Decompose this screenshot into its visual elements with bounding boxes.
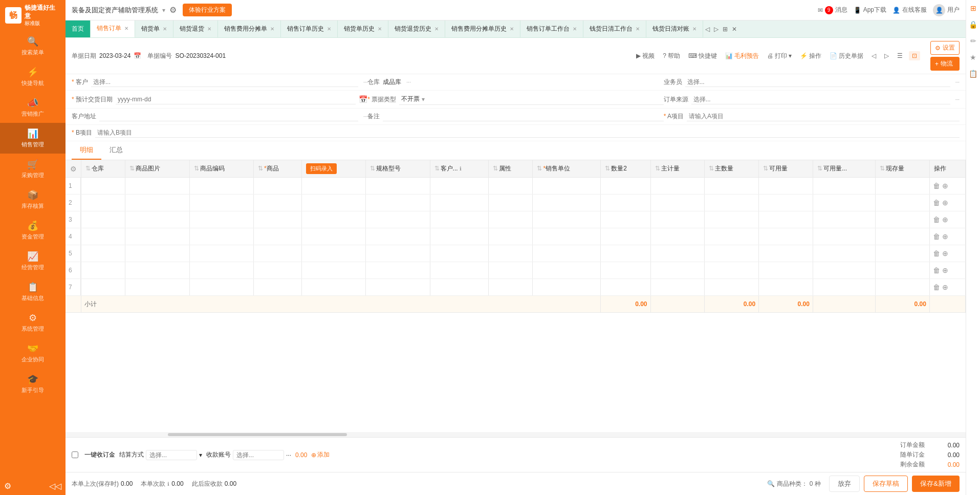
settings-btn[interactable]: ⚙ 设置 <box>930 41 960 55</box>
delete-icon-6[interactable]: 🗑 <box>933 266 940 274</box>
th-code[interactable]: ⇅商品编码 <box>189 160 253 178</box>
delete-icon-4[interactable]: 🗑 <box>933 232 940 241</box>
order-source-dots[interactable]: ··· <box>955 97 960 102</box>
tab-expense-split-close[interactable]: ✕ <box>270 26 274 32</box>
cell-product-2[interactable] <box>254 195 301 211</box>
cell-spec-3[interactable] <box>366 211 429 228</box>
cell-spec-7[interactable] <box>366 279 429 295</box>
cell-spec-1[interactable] <box>366 178 429 194</box>
th-unit[interactable]: ⇅*销售单位 <box>533 160 601 178</box>
cell-warehouse-3[interactable] <box>81 211 125 228</box>
cell-spec-2[interactable] <box>366 195 429 211</box>
copy-icon-3[interactable]: ⊕ <box>942 216 948 224</box>
cell-qty2-6[interactable] <box>601 262 650 278</box>
shortcut-btn[interactable]: ⌨ 快捷键 <box>686 51 719 61</box>
th-spec[interactable]: ⇅规格型号 <box>366 160 430 178</box>
cell-warehouse-5[interactable] <box>81 245 125 262</box>
cell-qty2-4[interactable] <box>601 228 650 245</box>
cell-product-1[interactable] <box>254 178 301 194</box>
user-item[interactable]: 👤 用户 <box>933 4 960 16</box>
online-service-item[interactable]: 👤 在线客服 <box>892 6 927 14</box>
cell-warehouse-4[interactable] <box>81 228 125 245</box>
th-image[interactable]: ⇅商品图片 <box>125 160 189 178</box>
cell-unit-2[interactable] <box>533 195 600 211</box>
tab-order-workbench[interactable]: 销售订单工作台 ✕ <box>520 20 583 38</box>
cell-customer-code-5[interactable] <box>430 245 489 262</box>
cell-qty2-2[interactable] <box>601 195 650 211</box>
one-click-checkout-checkbox[interactable] <box>72 451 78 458</box>
customer-input[interactable] <box>91 77 358 87</box>
a-project-input[interactable] <box>687 112 960 121</box>
cell-code-5[interactable] <box>190 245 253 262</box>
right-panel-lock-icon[interactable]: 🔒 <box>967 18 979 31</box>
sidebar-item-basic-info[interactable]: 📋 基础信息 <box>0 276 66 307</box>
order-source-input[interactable] <box>691 95 950 104</box>
cell-product-6[interactable] <box>254 262 301 278</box>
account-input[interactable] <box>233 450 284 460</box>
add-footer-btn[interactable]: ⊕ 添加 <box>311 450 330 459</box>
customer-dots[interactable]: ··· <box>363 79 367 85</box>
cell-customer-code-1[interactable] <box>430 178 489 194</box>
tab-expense-history[interactable]: 销售费用分摊单历史 ✕ <box>445 20 520 38</box>
th-product[interactable]: ⇅*商品 <box>254 160 302 178</box>
th-settings[interactable]: ⚙ <box>66 160 81 178</box>
solution-button[interactable]: 体验行业方案 <box>183 4 232 16</box>
cell-code-1[interactable] <box>190 178 253 194</box>
warehouse-dots[interactable]: ··· <box>406 79 410 85</box>
right-panel-clipboard-icon[interactable]: 📋 <box>967 68 979 80</box>
discard-button[interactable]: 放弃 <box>829 476 860 492</box>
tab-sales-order-close[interactable]: ✕ <box>124 26 128 31</box>
cell-customer-code-4[interactable] <box>430 228 489 245</box>
cell-product-5[interactable] <box>254 245 301 262</box>
tab-home[interactable]: 首页 <box>66 20 91 38</box>
address-input[interactable] <box>99 112 358 121</box>
cell-warehouse-1[interactable] <box>81 178 125 194</box>
tabbar-next[interactable]: ▷ <box>712 26 721 33</box>
tab-returns-history[interactable]: 销货单历史 ✕ <box>338 20 388 38</box>
tab-sales-refund-close[interactable]: ✕ <box>207 26 211 32</box>
cell-code-7[interactable] <box>190 279 253 295</box>
th-warehouse[interactable]: ⇅仓库 <box>81 160 125 178</box>
delete-icon-1[interactable]: 🗑 <box>933 182 940 190</box>
horizontal-scrollbar[interactable] <box>66 432 966 437</box>
cell-main-qty-6[interactable] <box>705 262 758 278</box>
sidebar-item-marketing[interactable]: 📣 营销推广 <box>0 92 66 123</box>
profit-btn[interactable]: 📊 毛利预告 <box>723 51 761 61</box>
tabbar-close[interactable]: ✕ <box>730 26 739 33</box>
tab-refund-history-close[interactable]: ✕ <box>434 26 439 32</box>
th-stock[interactable]: ⇅现存量 <box>876 160 930 178</box>
delete-icon-7[interactable]: 🗑 <box>933 283 940 291</box>
view-list[interactable]: ☰ <box>895 51 905 60</box>
operations-btn[interactable]: ⚡ 操作 <box>798 51 823 61</box>
tab-cash-workbench-close[interactable]: ✕ <box>636 26 640 32</box>
th-main-unit[interactable]: ⇅主计量 <box>650 160 705 178</box>
copy-icon-1[interactable]: ⊕ <box>942 182 948 190</box>
cell-customer-code-6[interactable] <box>430 262 489 278</box>
cell-attributes-2[interactable] <box>489 195 532 211</box>
sidebar-item-inventory[interactable]: 📦 库存核算 <box>0 184 66 215</box>
th-attributes[interactable]: ⇅属性 <box>489 160 533 178</box>
cell-product-7[interactable] <box>254 279 301 295</box>
right-panel-star-icon[interactable]: ★ <box>967 51 979 63</box>
th-available2[interactable]: ⇅可用量... <box>813 160 875 178</box>
nav-next[interactable]: ▷ <box>882 51 891 60</box>
tab-detail[interactable]: 明细 <box>72 141 101 160</box>
checkout-method-input[interactable] <box>146 450 197 460</box>
cell-warehouse-7[interactable] <box>81 279 125 295</box>
cell-spec-5[interactable] <box>366 245 429 262</box>
cell-customer-code-7[interactable] <box>430 279 489 295</box>
tab-refund-history[interactable]: 销货退货历史 ✕ <box>388 20 445 38</box>
cell-qty2-5[interactable] <box>601 245 650 262</box>
app-download-item[interactable]: 📱 App下载 <box>854 6 886 14</box>
th-available[interactable]: ⇅可用量 <box>759 160 813 178</box>
sidebar-item-enterprise[interactable]: 🤝 企业协同 <box>0 338 66 369</box>
cell-main-qty-4[interactable] <box>705 228 758 245</box>
tabbar-grid[interactable]: ⊞ <box>721 26 730 33</box>
copy-icon-6[interactable]: ⊕ <box>942 266 948 274</box>
cell-attributes-6[interactable] <box>489 262 532 278</box>
cell-warehouse-6[interactable] <box>81 262 125 278</box>
right-panel-edit-icon[interactable]: ✏ <box>967 35 979 47</box>
invoice-type-select[interactable]: 不开票 ▾ <box>399 94 663 105</box>
add-btn[interactable]: + 物流 <box>930 57 960 71</box>
cell-warehouse-2[interactable] <box>81 195 125 211</box>
